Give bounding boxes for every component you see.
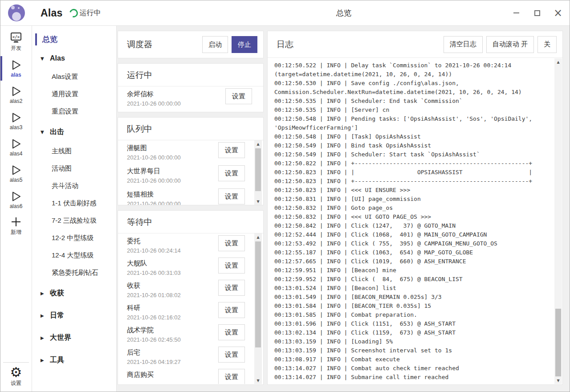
nav-rail: </> 开发 alas alas2 alas3 alas4 xyxy=(0,26,32,392)
log-line: (target=datetime.datetime(2021, 10, 26, … xyxy=(274,70,547,79)
task-setting-button[interactable]: 设置 xyxy=(218,302,245,318)
play-icon xyxy=(10,191,22,202)
play-icon xyxy=(10,138,22,150)
log-line: 00:13:02.134 | INFO | Click (1159, 673) … xyxy=(274,328,547,337)
rail-item-label: 设置 xyxy=(11,380,21,387)
scroll-up-icon[interactable]: ▲ xyxy=(554,58,562,65)
task-setting-button[interactable]: 设置 xyxy=(218,188,245,204)
scroll-down-icon[interactable]: ▼ xyxy=(554,377,562,384)
expand-arrow-icon: ▶ xyxy=(41,313,46,318)
task-row: 大舰队 2021-10-26 00:31:03 设置 xyxy=(118,256,263,278)
rail-item-label: alas3 xyxy=(10,124,23,131)
menu-item[interactable]: 12-2 中型练级 xyxy=(32,229,116,246)
content-area: 调度器 启动 停止 运行中 余烬信标 2021-10-26 00:00:00 设… xyxy=(117,26,570,392)
task-setting-button[interactable]: 设置 xyxy=(218,347,245,363)
menu-group: ▼ Alas Alas设置通用设置重启设置 xyxy=(32,49,116,120)
menu-group-label: 出击 xyxy=(50,127,64,137)
log-output[interactable]: 00:12:50.522 | INFO | Delay task `Commis… xyxy=(268,58,562,384)
menu-item[interactable]: 主线图 xyxy=(32,142,116,159)
scroll-down-icon[interactable]: ▼ xyxy=(254,377,262,384)
menu-item[interactable]: 重启设置 xyxy=(32,102,116,120)
rail-item-alas4[interactable]: alas4 xyxy=(0,134,32,160)
scheduler-status-text: 运行中 xyxy=(79,8,101,18)
log-line: 00:13:08.917 | INFO | Combat execute xyxy=(274,355,547,364)
rail-item-dev[interactable]: </> 开发 xyxy=(0,29,32,55)
menu-item[interactable]: 通用设置 xyxy=(32,85,116,102)
expand-arrow-icon: ▼ xyxy=(41,56,46,61)
menu-group: ▼ 出击 主线图活动图共斗活动1-1 伏击刷好感7-2 三战捡垃圾12-2 中型… xyxy=(32,122,116,281)
task-row: 短猫相接 2021-10-26 00:00:00 设置 xyxy=(118,187,263,205)
task-row: 收获 2021-10-26 01:08:02 设置 xyxy=(118,278,263,300)
menu-group-header[interactable]: ▼ 出击 xyxy=(32,122,116,142)
menu-item[interactable]: 活动图 xyxy=(32,159,116,177)
task-setting-button[interactable]: 设置 xyxy=(225,88,252,104)
rail-item-alas5[interactable]: alas5 xyxy=(0,160,32,187)
task-setting-button[interactable]: 设置 xyxy=(218,165,245,181)
minimize-button[interactable] xyxy=(513,9,520,16)
pending-list: 潜艇图 2021-10-26 00:00:00 设置 大世界每日 2021-10… xyxy=(118,140,263,205)
autoscroll-button[interactable]: 自动滚动 开 xyxy=(486,36,534,53)
app-title: Alas xyxy=(41,7,62,19)
log-line: 00:13:01.549 | INFO | [BEACON_REMAIN 0.0… xyxy=(274,293,547,302)
menu-group-header[interactable]: ▶ 收获 xyxy=(32,283,116,303)
rail-item-alas6[interactable]: alas6 xyxy=(0,187,32,213)
expand-arrow-icon: ▶ xyxy=(41,335,46,340)
log-line: 00:13:01.584 | INFO | [BEACON_TIER 0.035… xyxy=(274,302,547,310)
menu-group-header[interactable]: ▶ 工具 xyxy=(32,350,116,370)
task-row: 余烬信标 2021-10-26 00:00:00 设置 xyxy=(118,86,263,109)
menu-item[interactable]: 1-1 伏击刷好感 xyxy=(32,194,116,212)
log-line: 00:12:50.548 | INFO | Pending tasks: ['O… xyxy=(274,114,547,123)
menu-item[interactable]: 12-4 大型练级 xyxy=(32,246,116,264)
task-menu: 总览 ▼ Alas Alas设置通用设置重启设置 ▼ 出击 主线图活动图共斗活动… xyxy=(32,26,117,392)
scroll-thumb[interactable] xyxy=(555,309,561,376)
page-title: 总览 xyxy=(336,8,351,18)
menu-group-header[interactable]: ▶ 日常 xyxy=(32,306,116,326)
close-button[interactable]: × xyxy=(554,9,562,16)
menu-item[interactable]: 紧急委托刷钻石 xyxy=(32,264,116,281)
menu-item[interactable]: 共斗活动 xyxy=(32,177,116,194)
scroll-thumb[interactable] xyxy=(255,241,261,347)
scroll-thumb[interactable] xyxy=(255,148,261,191)
log-line: 00:12:50.549 | INFO | Bind task OpsiAshA… xyxy=(274,141,547,150)
menu-item[interactable]: 7-2 三战捡垃圾 xyxy=(32,212,116,229)
svg-text:</>: </> xyxy=(12,35,20,39)
menu-item[interactable]: Alas设置 xyxy=(32,68,116,85)
log-line: 00:12:50.832 | INFO | Goto page_os xyxy=(274,204,547,212)
waiting-scrollbar[interactable]: ▲ ▼ xyxy=(254,233,262,384)
play-icon xyxy=(10,86,22,97)
task-setting-button[interactable]: 设置 xyxy=(218,369,245,384)
task-setting-button[interactable]: 设置 xyxy=(218,280,245,296)
rail-item-alas3[interactable]: alas3 xyxy=(0,108,32,134)
scroll-up-icon[interactable]: ▲ xyxy=(254,140,262,147)
log-header: 日志 清空日志 自动滚动 开 关 xyxy=(268,31,562,58)
rail-item-add[interactable]: 新增 xyxy=(0,213,32,239)
stop-button[interactable]: 停止 xyxy=(232,36,257,53)
task-setting-button[interactable]: 设置 xyxy=(218,324,245,340)
scroll-down-icon[interactable]: ▼ xyxy=(254,198,262,205)
rail-item-settings[interactable]: ⚙ 设置 xyxy=(3,362,29,392)
rail-item-label: alas4 xyxy=(10,151,23,157)
task-setting-button[interactable]: 设置 xyxy=(218,257,245,274)
task-setting-button[interactable]: 设置 xyxy=(218,142,245,158)
running-spinner-icon xyxy=(68,7,80,19)
clear-log-button[interactable]: 清空日志 xyxy=(444,36,483,53)
log-scrollbar[interactable]: ▲ ▼ xyxy=(554,58,562,384)
log-line: 'OpsiMeowfficerFarming'] xyxy=(274,123,547,132)
log-line: 00:12:50.522 | INFO | Delay task `Commis… xyxy=(274,61,547,70)
menu-group-header[interactable]: ▶ 大世界 xyxy=(32,328,116,348)
scheduler-column: 调度器 启动 停止 运行中 余烬信标 2021-10-26 00:00:00 设… xyxy=(118,31,264,385)
rail-item-alas2[interactable]: alas2 xyxy=(0,82,32,108)
log-toggle-button[interactable]: 关 xyxy=(537,36,557,53)
scroll-up-icon[interactable]: ▲ xyxy=(254,233,262,241)
task-setting-button[interactable]: 设置 xyxy=(218,235,245,251)
menu-group-header[interactable]: ▼ Alas xyxy=(32,49,116,68)
task-row: 商店购买 设置 xyxy=(118,367,263,384)
menu-item-overview[interactable]: 总览 xyxy=(32,32,116,47)
pending-scrollbar[interactable]: ▲ ▼ xyxy=(254,140,262,205)
task-row: 后宅 2021-10-26 04:19:27 设置 xyxy=(118,345,263,367)
start-button[interactable]: 启动 xyxy=(202,36,228,53)
rail-item-alas[interactable]: alas xyxy=(0,55,32,82)
log-line: 00:12:53.492 | INFO | Click ( 755, 395) … xyxy=(274,239,547,248)
log-line: 00:12:50.530 | INFO | Save config ./conf… xyxy=(274,79,547,88)
maximize-button[interactable] xyxy=(533,9,541,16)
